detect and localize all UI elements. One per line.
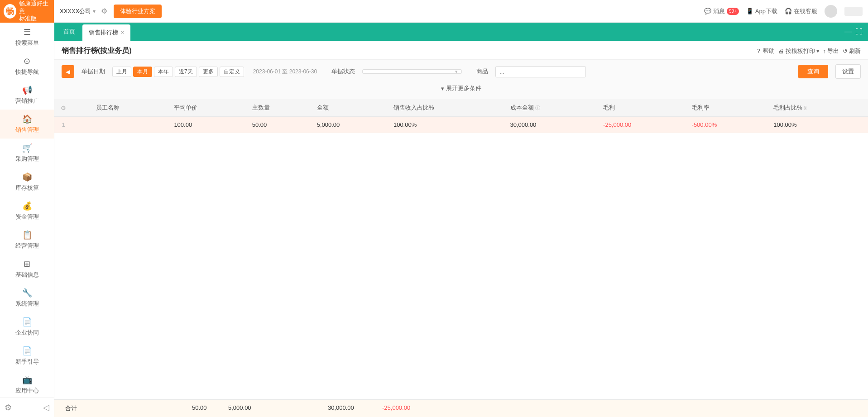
row-avg-price: 100.00 (168, 117, 246, 133)
company-chevron-icon: ▾ (93, 8, 96, 14)
doc-status-chevron-icon: ▾ (455, 69, 458, 75)
filter-bar: ◀ 单据日期 上月 本月 本年 近7天 更多 自定义 2023-06-01 至 … (54, 60, 868, 99)
col-gross-ratio: 毛利占比% § (768, 99, 868, 117)
phone-icon: 📱 (746, 8, 753, 14)
sidebar-item-search[interactable]: ☰ 搜索菜单 (0, 23, 54, 52)
export-button[interactable]: ↑ 导出 (823, 47, 839, 55)
sidebar-item-cooperation[interactable]: 📄 企业协同 (0, 312, 54, 341)
data-table: ⚙ 员工名称 平均单价 主数量 全额 销售收入占比% 成本全额 ⓘ 毛利 毛利率 (54, 99, 868, 133)
sidebar-item-system[interactable]: 🔧 系统管理 (0, 283, 54, 312)
print-chevron-icon: ▾ (816, 48, 820, 54)
collapse-sidebar-icon[interactable]: ◁ (43, 403, 49, 412)
row-quantity: 50.00 (247, 117, 312, 133)
expand-more-btn[interactable]: ▾ 展开更多条件 (62, 82, 861, 94)
guide-icon: 📄 (22, 346, 32, 356)
col-gross-rate: 毛利率 (686, 99, 768, 117)
footer-avg-price (150, 404, 187, 412)
settings-bottom-icon[interactable]: ⚙ (5, 403, 12, 412)
date-custom-btn[interactable]: 自定义 (220, 67, 244, 77)
marketing-icon: 📢 (22, 85, 32, 95)
sidebar-item-guide[interactable]: 📄 新手引导 (0, 341, 54, 370)
goods-input[interactable] (495, 66, 586, 77)
col-avg-price: 平均单价 (168, 99, 246, 117)
footer-label: 合计 (60, 404, 150, 412)
row-amount: 5,000.00 (312, 117, 388, 133)
footer-cost: 30,000.00 (322, 404, 377, 412)
date-this-month-btn[interactable]: 本月 (133, 67, 152, 77)
filter-row-1: ◀ 单据日期 上月 本月 本年 近7天 更多 自定义 2023-06-01 至 … (62, 64, 861, 79)
col-settings[interactable]: ⚙ (54, 99, 72, 117)
sidebar-item-app-center[interactable]: 📺 应用中心 (0, 370, 54, 398)
app-download-label: App下载 (755, 7, 777, 15)
col-gross: 毛利 (598, 99, 686, 117)
user-name-placeholder (844, 7, 863, 16)
sidebar-nav: ☰ 搜索菜单 ⊙ 快捷导航 📢 营销推广 🏠 销售管理 🛒 采购管理 📦 库存核… (0, 23, 54, 398)
query-button[interactable]: 查询 (798, 65, 828, 78)
footer-quantity: 50.00 (187, 404, 223, 412)
row-sales-ratio: 100.00% (388, 117, 505, 133)
operation-icon: 📋 (22, 230, 32, 240)
app-download-item[interactable]: 📱 App下载 (746, 7, 777, 15)
tab-sales-ranking[interactable]: 销售排行榜 × (82, 24, 130, 41)
footer-amount: 5,000.00 (223, 404, 268, 412)
tab-minimize-icon[interactable]: — (844, 28, 852, 36)
tabbar: 首页 销售排行榜 × — ⛶ (54, 23, 868, 41)
sidebar-item-marketing[interactable]: 📢 营销推广 (0, 81, 54, 110)
user-avatar[interactable] (825, 5, 837, 18)
date-range-text: 2023-06-01 至 2023-06-30 (253, 68, 317, 76)
settings-icon[interactable]: ⚙ (101, 7, 107, 15)
table-footer: 合计 50.00 5,000.00 30,000.00 -25,000.00 (54, 399, 868, 417)
filter-collapse-btn[interactable]: ◀ (62, 65, 74, 78)
page-header: 销售排行榜(按业务员) ？ 帮助 🖨 按模板打印 ▾ ↑ 导出 ↺ 刷新 (54, 41, 868, 60)
sidebar-item-finance[interactable]: 💰 资金管理 (0, 197, 54, 225)
chevron-down-icon: ▾ (441, 85, 444, 92)
row-gross-rate: -500.00% (686, 117, 768, 133)
sidebar-item-quick-nav[interactable]: ⊙ 快捷导航 (0, 52, 54, 81)
online-service-label: 在线客服 (794, 7, 817, 15)
message-item[interactable]: 💬 消息 99+ (704, 7, 739, 15)
refresh-button[interactable]: ↺ 刷新 (843, 47, 861, 55)
doc-status-label: 单据状态 (331, 67, 355, 76)
col-quantity: 主数量 (247, 99, 312, 117)
date-more-btn[interactable]: 更多 (199, 67, 218, 77)
date-label: 单据日期 (82, 67, 105, 76)
row-gross-ratio: 100.00% (768, 117, 868, 133)
row-rank-num: 1 (54, 117, 72, 133)
doc-status-select[interactable]: ▾ (362, 69, 462, 74)
date-7days-btn[interactable]: 近7天 (175, 67, 197, 77)
sidebar-item-basic-info[interactable]: ⊞ 基础信息 (0, 254, 54, 283)
trial-button[interactable]: 体验行业方案 (114, 5, 162, 18)
refresh-icon: ↺ (843, 48, 848, 54)
logo-text: 畅康通好生意 标准版 (19, 0, 50, 23)
date-last-month-btn[interactable]: 上月 (112, 67, 131, 77)
inventory-icon: 📦 (22, 172, 32, 182)
col-employee: 员工名称 (91, 99, 168, 117)
page-actions: ？ 帮助 🖨 按模板打印 ▾ ↑ 导出 ↺ 刷新 (756, 47, 861, 55)
finance-icon: 💰 (22, 201, 32, 211)
sidebar-item-operation[interactable]: 📋 经营管理 (0, 225, 54, 254)
sidebar-item-purchase[interactable]: 🛒 采购管理 (0, 139, 54, 168)
online-service-item[interactable]: 🎧 在线客服 (785, 7, 817, 15)
col-amount: 全额 (312, 99, 388, 117)
sidebar-item-sales[interactable]: 🏠 销售管理 (0, 110, 54, 139)
table-header-row: ⚙ 员工名称 平均单价 主数量 全额 销售收入占比% 成本全额 ⓘ 毛利 毛利率 (54, 99, 868, 117)
sidebar-item-inventory[interactable]: 📦 库存核算 (0, 168, 54, 197)
help-button[interactable]: ？ 帮助 (756, 47, 775, 55)
settings-button[interactable]: 设置 (835, 64, 861, 79)
tab-maximize-icon[interactable]: ⛶ (855, 28, 863, 36)
print-template-button[interactable]: 🖨 按模板打印 ▾ (778, 47, 820, 55)
message-badge: 99+ (727, 8, 739, 15)
tab-close-icon[interactable]: × (121, 29, 124, 36)
message-icon: 💬 (704, 8, 711, 14)
tab-home[interactable]: 首页 (56, 23, 82, 41)
main-area: XXXXX公司 ▾ ⚙ 体验行业方案 💬 消息 99+ 📱 App下载 🎧 在线… (54, 0, 868, 417)
company-selector[interactable]: XXXXX公司 ▾ (60, 7, 96, 15)
col-cost: 成本全额 ⓘ (505, 99, 598, 117)
tabbar-controls: — ⛶ (844, 28, 866, 36)
date-this-year-btn[interactable]: 本年 (154, 67, 173, 77)
topbar-right: 💬 消息 99+ 📱 App下载 🎧 在线客服 (704, 5, 863, 18)
row-gross: -25,000.00 (598, 117, 686, 133)
logo-icon: 畅 (4, 4, 16, 19)
sidebar-logo: 畅 畅康通好生意 标准版 (0, 0, 54, 23)
app-center-icon: 📺 (22, 375, 32, 385)
